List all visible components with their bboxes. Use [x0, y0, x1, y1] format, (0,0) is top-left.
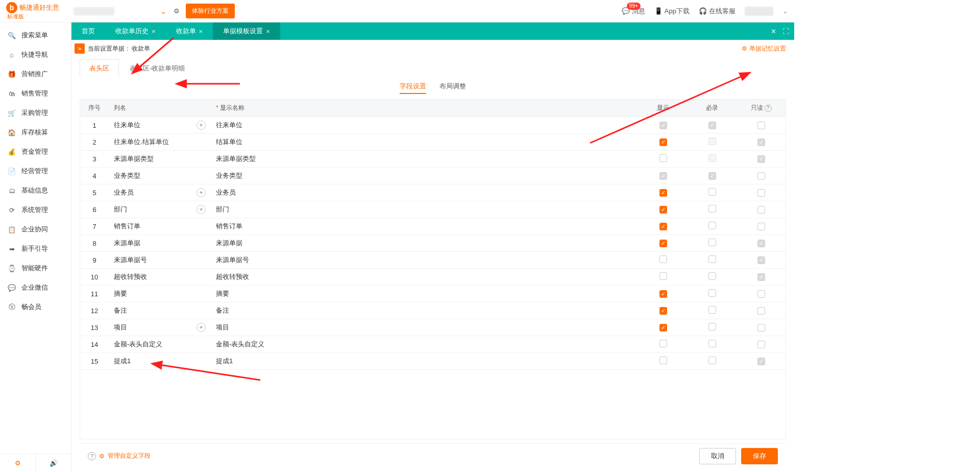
checkbox[interactable]: [708, 188, 716, 196]
area-subtab[interactable]: 表头区: [80, 59, 119, 78]
checkbox[interactable]: [659, 189, 667, 197]
checkbox[interactable]: [757, 122, 765, 129]
cell-display[interactable]: 结算单位: [211, 134, 639, 150]
sidebar-settings-icon[interactable]: ⚙: [0, 454, 36, 472]
memory-settings-link[interactable]: ⚙ 单据记忆设置: [742, 44, 786, 53]
logo-mark: b: [6, 2, 17, 13]
cell-display[interactable]: 销售订单: [211, 218, 639, 234]
cell-display[interactable]: 提成1: [211, 353, 639, 369]
checkbox[interactable]: [659, 138, 667, 146]
user-name-blurred[interactable]: [745, 7, 773, 16]
checkbox[interactable]: [708, 255, 716, 263]
checkbox[interactable]: [659, 340, 667, 347]
cell-required: [688, 117, 737, 133]
area-subtab[interactable]: 表体区-收款单明细: [120, 59, 194, 78]
sidebar-item[interactable]: 📄经营管理: [0, 161, 71, 181]
checkbox[interactable]: [757, 189, 765, 197]
checkbox[interactable]: [659, 154, 667, 162]
checkbox[interactable]: [659, 324, 667, 332]
checkbox[interactable]: [708, 239, 716, 246]
checkbox[interactable]: [757, 223, 765, 230]
plus-icon[interactable]: +: [197, 205, 206, 214]
checkbox[interactable]: [757, 324, 765, 332]
cell-display[interactable]: 来源单据类型: [211, 151, 639, 167]
checkbox[interactable]: [708, 222, 716, 229]
checkbox[interactable]: [757, 290, 765, 298]
checkbox[interactable]: [708, 205, 716, 213]
try-industry-button[interactable]: 体验行业方案: [186, 4, 235, 18]
sidebar-item[interactable]: 📋企业协同: [0, 220, 71, 239]
sidebar-item[interactable]: ⌂快捷导航: [0, 45, 71, 64]
tab-fullscreen-icon[interactable]: ⛶: [782, 28, 789, 35]
plus-icon[interactable]: +: [197, 121, 206, 130]
checkbox[interactable]: [757, 341, 765, 348]
checkbox[interactable]: [659, 307, 667, 315]
cell-display[interactable]: 业务类型: [211, 168, 639, 184]
sidebar-item[interactable]: Ⓥ畅会员: [0, 297, 71, 317]
cell-display[interactable]: 项目: [211, 319, 639, 336]
checkbox[interactable]: [659, 357, 667, 364]
chevron-down-icon[interactable]: ⌄: [782, 7, 788, 15]
cell-display[interactable]: 备注: [211, 302, 639, 319]
checkbox[interactable]: [659, 206, 667, 214]
sidebar-item[interactable]: ⌚智能硬件: [0, 258, 71, 278]
cell-display[interactable]: 金额-表头自定义: [211, 336, 639, 352]
cell-display[interactable]: 摘要: [211, 286, 639, 302]
checkbox[interactable]: [708, 323, 716, 331]
sidebar-item[interactable]: 🔍搜索菜单: [0, 26, 71, 45]
table-row: 14金额-表头自定义金额-表头自定义: [80, 336, 786, 353]
cell-display[interactable]: 业务员: [211, 184, 639, 201]
online-service-label: 在线客服: [709, 7, 736, 16]
cell-display[interactable]: 超收转预收: [211, 269, 639, 285]
checkbox[interactable]: [659, 290, 667, 298]
page-tab[interactable]: 首页: [71, 22, 105, 40]
close-icon[interactable]: ×: [266, 28, 270, 35]
sidebar-item[interactable]: 🎁营销推广: [0, 64, 71, 84]
sidebar-sound-icon[interactable]: 🔊: [36, 454, 71, 472]
sidebar-item[interactable]: 💬企业微信: [0, 278, 71, 297]
messages-link[interactable]: 💬 消息 99+: [622, 7, 645, 16]
cell-display[interactable]: 部门: [211, 201, 639, 218]
sidebar-item[interactable]: ➡新手引导: [0, 239, 71, 258]
plus-icon[interactable]: +: [197, 323, 206, 332]
checkbox[interactable]: [708, 289, 716, 297]
app-download-link[interactable]: 📱 App下载: [654, 7, 690, 16]
checkbox[interactable]: [708, 306, 716, 314]
sidebar-item[interactable]: 🏠库存核算: [0, 123, 71, 142]
page-tab[interactable]: 单据模板设置×: [213, 22, 280, 40]
page-tab[interactable]: 收款单历史×: [105, 22, 166, 40]
manage-custom-fields-link[interactable]: ? ⚙ 管理自定义字段: [88, 452, 151, 460]
gear-icon[interactable]: ⚙: [174, 7, 180, 15]
expand-sidebar-chip[interactable]: »: [75, 43, 85, 54]
page-tab[interactable]: 收款单×: [166, 22, 213, 40]
tab-close-all-icon[interactable]: ✕: [771, 28, 776, 35]
sidebar-item[interactable]: 🛍销售管理: [0, 84, 71, 103]
sidebar-item[interactable]: 🗂基础信息: [0, 181, 71, 200]
view-mode-link[interactable]: 布局调整: [439, 82, 466, 94]
plus-icon[interactable]: +: [197, 188, 206, 197]
save-button[interactable]: 保存: [741, 448, 778, 464]
close-icon[interactable]: ×: [152, 28, 156, 35]
sidebar-item[interactable]: 🛒采购管理: [0, 103, 71, 123]
cancel-button[interactable]: 取消: [699, 448, 736, 464]
checkbox[interactable]: [708, 272, 716, 280]
checkbox[interactable]: [659, 223, 667, 230]
help-icon[interactable]: ?: [765, 105, 772, 112]
checkbox[interactable]: [757, 307, 765, 315]
checkbox[interactable]: [757, 172, 765, 180]
checkbox[interactable]: [708, 340, 716, 347]
cell-display[interactable]: 来源单据: [211, 235, 639, 251]
view-mode-link[interactable]: 字段设置: [400, 82, 426, 94]
cell-display[interactable]: 往来单位: [211, 117, 639, 133]
sidebar-item[interactable]: 💰资金管理: [0, 142, 71, 161]
checkbox[interactable]: [659, 272, 667, 280]
close-icon[interactable]: ×: [199, 28, 203, 35]
checkbox[interactable]: [757, 206, 765, 214]
checkbox[interactable]: [659, 255, 667, 263]
company-selector[interactable]: ⌄: [74, 7, 166, 15]
online-service-link[interactable]: 🎧 在线客服: [699, 7, 736, 16]
cell-display[interactable]: 来源单据号: [211, 252, 639, 268]
sidebar-item[interactable]: ⟳系统管理: [0, 200, 71, 220]
checkbox[interactable]: [708, 357, 716, 364]
checkbox[interactable]: [659, 240, 667, 247]
